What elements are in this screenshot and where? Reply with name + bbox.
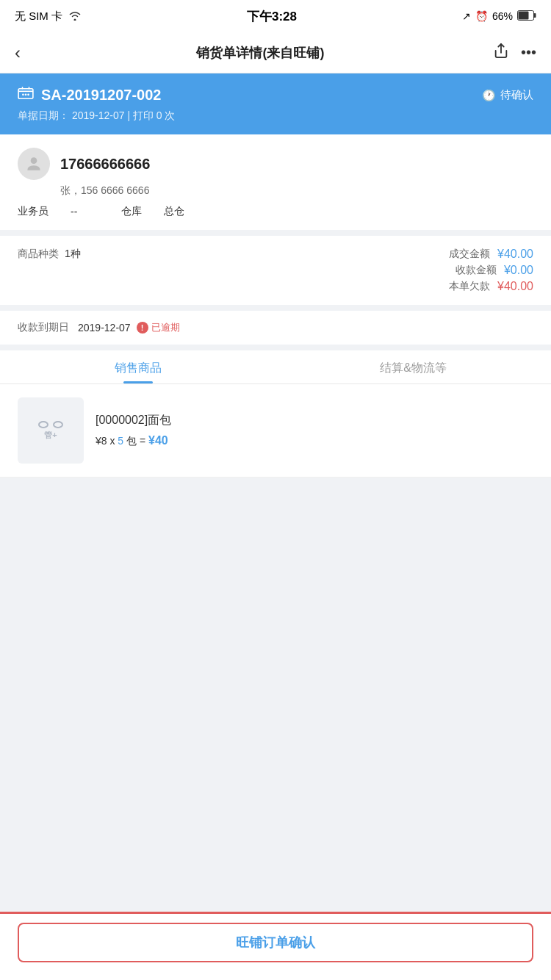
warehouse-label: 仓库 [121, 205, 142, 218]
transaction-label: 成交金额 [449, 248, 490, 261]
product-thumbnail: 管+ [18, 397, 84, 464]
order-status: 🕐 待确认 [482, 88, 533, 102]
svg-rect-1 [533, 13, 536, 18]
avatar [18, 148, 50, 180]
overdue-text: 已逾期 [151, 321, 180, 334]
owed-value: ¥40.00 [497, 280, 533, 293]
product-info: [0000002]面包 ¥8 x 5 包 = ¥40 [96, 413, 533, 448]
unit-price: ¥8 [96, 435, 107, 447]
due-section: 收款到期日 2019-12-07 ! 已逾期 [0, 311, 551, 350]
logo-plus: 管+ [44, 430, 57, 441]
price-x: x [109, 435, 118, 447]
summary-left: 商品种类 1种 [18, 248, 81, 261]
svg-point-7 [27, 93, 29, 96]
order-id-block: SA-20191207-002 [18, 87, 161, 104]
back-button[interactable]: ‹ [15, 43, 28, 63]
svg-rect-2 [518, 11, 528, 19]
status-time: 下午3:28 [247, 8, 297, 25]
owed-label: 本单欠款 [449, 280, 490, 293]
due-label: 收款到期日 [18, 321, 69, 334]
unit: 包 [126, 435, 137, 447]
received-amount-row: 收款金额 ¥0.00 [455, 264, 533, 277]
location-icon: ↗ [462, 10, 471, 22]
svg-rect-4 [18, 89, 33, 99]
svg-point-6 [25, 93, 27, 96]
share-icon[interactable] [493, 43, 509, 62]
tabs-row: 销售商品 结算&物流等 [0, 350, 551, 383]
confirm-button[interactable]: 旺铺订单确认 [18, 923, 533, 962]
customer-top: 17666666666 [18, 148, 533, 180]
bottom-spacer [0, 478, 551, 624]
salesperson-value: -- [71, 206, 77, 217]
customer-section: 17666666666 张，156 6666 6666 业务员 -- 仓库 总仓 [0, 134, 551, 236]
product-item: 管+ [0000002]面包 ¥8 x 5 包 = ¥40 [0, 384, 551, 477]
transaction-amount-row: 成交金额 ¥40.00 [449, 248, 533, 261]
order-banner: SA-20191207-002 🕐 待确认 单据日期： 2019-12-07 |… [0, 73, 551, 134]
total: ¥40 [148, 434, 168, 447]
logo-eyes [38, 421, 63, 428]
warehouse-value: 总仓 [164, 205, 184, 218]
nav-right-actions: ••• [493, 43, 536, 62]
print-info: | 打印 0 次 [127, 109, 175, 121]
logo-eye-right [53, 421, 63, 428]
product-logo: 管+ [38, 421, 63, 441]
page-title: 销货单详情(来自旺铺) [28, 44, 493, 62]
product-type-value: 1种 [65, 248, 81, 261]
summary-section: 商品种类 1种 成交金额 ¥40.00 收款金额 ¥0.00 本单欠款 ¥40.… [0, 236, 551, 311]
nav-bar: ‹ 销货单详情(来自旺铺) ••• [0, 32, 551, 73]
tab-settlement[interactable]: 结算&物流等 [276, 350, 551, 383]
product-name: [0000002]面包 [96, 413, 533, 428]
carrier-text: 无 SIM 卡 [15, 10, 62, 24]
wifi-icon [68, 10, 82, 23]
received-label: 收款金额 [455, 264, 497, 277]
order-id: SA-20191207-002 [41, 87, 161, 104]
received-value: ¥0.00 [504, 264, 533, 277]
product-type-row: 商品种类 1种 [18, 248, 81, 261]
alarm-icon: ⏰ [475, 10, 488, 22]
status-bar: 无 SIM 卡 下午3:28 ↗ ⏰ 66% [0, 0, 551, 32]
date-label: 单据日期： [18, 109, 69, 121]
qty: 5 [118, 435, 123, 447]
status-right: ↗ ⏰ 66% [462, 10, 536, 23]
order-date: 2019-12-07 [72, 109, 125, 121]
logo-eye-left [38, 421, 48, 428]
transaction-value: ¥40.00 [497, 248, 533, 261]
order-banner-top: SA-20191207-002 🕐 待确认 [18, 87, 533, 104]
equals: = [140, 435, 148, 447]
tabs-section: 销售商品 结算&物流等 [0, 350, 551, 384]
battery-icon [517, 10, 536, 23]
customer-phone: 17666666666 [60, 156, 150, 173]
order-date-row: 单据日期： 2019-12-07 | 打印 0 次 [18, 109, 533, 123]
more-icon[interactable]: ••• [521, 44, 536, 61]
battery-text: 66% [492, 10, 513, 22]
customer-meta: 业务员 -- 仓库 总仓 [18, 205, 533, 218]
svg-point-8 [31, 157, 37, 164]
overdue-icon: ! [137, 322, 148, 334]
svg-point-5 [22, 93, 24, 96]
status-clock-icon: 🕐 [482, 89, 496, 102]
summary-right: 成交金额 ¥40.00 收款金额 ¥0.00 本单欠款 ¥40.00 [449, 248, 533, 293]
product-type-label: 商品种类 [18, 248, 59, 261]
product-price-row: ¥8 x 5 包 = ¥40 [96, 434, 533, 448]
due-date-value: 2019-12-07 [78, 322, 131, 334]
order-icon [18, 87, 34, 104]
status-text: 待确认 [500, 88, 533, 102]
product-section: 管+ [0000002]面包 ¥8 x 5 包 = ¥40 [0, 384, 551, 478]
overdue-badge: ! 已逾期 [137, 321, 180, 334]
owed-amount-row: 本单欠款 ¥40.00 [449, 280, 533, 293]
tab-products[interactable]: 销售商品 [0, 350, 276, 383]
customer-name: 张，156 6666 6666 [18, 184, 533, 198]
status-left: 无 SIM 卡 [15, 10, 82, 24]
confirm-bar: 旺铺订单确认 [0, 912, 551, 980]
salesperson-label: 业务员 [18, 205, 48, 218]
